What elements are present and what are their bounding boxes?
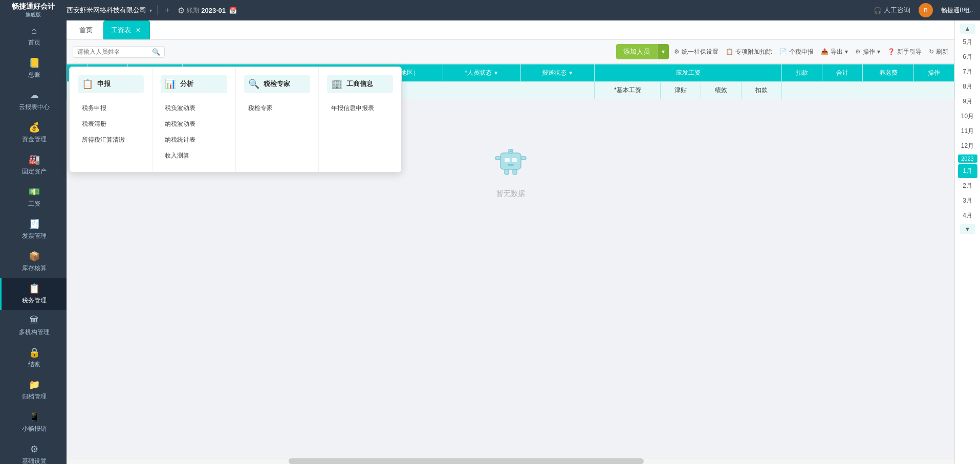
month-item-2024-4[interactable]: 4月: [958, 209, 977, 223]
sidebar-item-label: 归档管理: [22, 392, 47, 401]
th-allowance-label: 津贴: [674, 86, 687, 94]
commerce-section: 🏢 工商信息 年报信息申报表: [318, 67, 401, 172]
tax-expert-section: 🔍 税检专家 税检专家: [235, 67, 318, 172]
search-icon: 🔍: [152, 48, 160, 56]
search-input[interactable]: [77, 48, 149, 55]
sidebar-item-cloud-report[interactable]: ☁ 云报表中心: [0, 84, 67, 117]
declare-item-tax-table[interactable]: 税表清册: [78, 116, 144, 132]
company-selector[interactable]: 西安虾米网络科技有限公司 ▾: [67, 6, 152, 15]
tax-report-action[interactable]: 📄 个税申报: [779, 48, 814, 56]
th-wage-group-label: 应发工资: [676, 69, 701, 76]
special-deduction-icon: 📋: [726, 48, 733, 55]
tab-bar: 首页 工资表 ✕: [67, 20, 954, 40]
sidebar-item-ledger[interactable]: 📒 总账: [0, 52, 67, 84]
sidebar-item-basic-settings[interactable]: ⚙ 基础设置: [0, 438, 67, 464]
tax-expert-item[interactable]: 税检专家: [244, 100, 310, 116]
item-label: 纳税统计表: [165, 136, 195, 143]
declare-item-income-tax[interactable]: 所得税汇算清缴: [78, 132, 144, 148]
th-deduct2-label: 扣款: [755, 86, 768, 94]
commerce-title: 工商信息: [346, 79, 373, 89]
tab-label: 工资表: [111, 26, 131, 35]
th-report-status-label: 报送状态: [542, 69, 567, 76]
sidebar-item-tax-mgmt[interactable]: 📋 税务管理: [0, 278, 67, 310]
svg-rect-7: [505, 169, 509, 174]
add-btn-label: 添加人员: [623, 47, 650, 56]
calendar-icon[interactable]: 📅: [229, 7, 237, 14]
sidebar-item-label: 固定资产: [22, 167, 47, 176]
th-status-label: *人员状态: [465, 69, 492, 76]
prev-year-button[interactable]: ▲: [960, 24, 975, 34]
sidebar-item-mini-sales[interactable]: 📱 小畅报销: [0, 406, 67, 438]
export-label: 导出: [831, 48, 843, 56]
close-period-icon: 🔒: [29, 347, 40, 358]
analysis-item-1[interactable]: 税负波动表: [161, 100, 227, 116]
th-wage-group: 应发工资: [595, 64, 782, 82]
sidebar-item-inventory[interactable]: 📦 库存核算: [0, 246, 67, 278]
month-item-10[interactable]: 10月: [958, 109, 977, 123]
refresh-action[interactable]: ↻ 刷新: [929, 48, 948, 56]
item-label: 税检专家: [248, 104, 273, 112]
month-item-8[interactable]: 8月: [958, 80, 977, 94]
month-item-2024-1[interactable]: 1月: [958, 164, 977, 178]
sidebar-item-salary[interactable]: 💵 工资: [0, 181, 67, 213]
sidebar-item-invoice[interactable]: 🧾 发票管理: [0, 213, 67, 246]
commerce-icon: 🏢: [331, 78, 342, 90]
tab-home[interactable]: 首页: [72, 20, 100, 39]
svg-rect-0: [500, 153, 521, 169]
sidebar-item-fund[interactable]: 💰 资金管理: [0, 117, 67, 149]
customer-service[interactable]: 🎧 人工咨询: [874, 6, 910, 15]
month-item-9[interactable]: 9月: [958, 95, 977, 108]
top-bar: 畅捷通好会计 旗舰版 西安虾米网络科技有限公司 ▾ + ⚙ 账期 2023-01…: [0, 0, 980, 20]
tab-close-icon[interactable]: ✕: [134, 26, 142, 34]
analysis-item-2[interactable]: 纳税波动表: [161, 116, 227, 132]
month-item-11[interactable]: 11月: [958, 124, 977, 138]
declare-item-tax-declare[interactable]: 税务申报: [78, 100, 144, 116]
month-item-12[interactable]: 12月: [958, 139, 977, 153]
next-year-button[interactable]: ▼: [960, 224, 975, 234]
th-performance-label: 绩效: [715, 86, 727, 94]
month-item-2024-2[interactable]: 2月: [958, 179, 977, 193]
analysis-item-3[interactable]: 纳税统计表: [161, 132, 227, 148]
th-status[interactable]: *人员状态 ▼: [443, 64, 520, 82]
item-label: 所得税汇算清缴: [82, 136, 125, 143]
inventory-icon: 📦: [29, 251, 40, 262]
th-operation-label: 操作: [928, 69, 940, 76]
add-person-button[interactable]: 添加人员: [616, 44, 657, 59]
add-company-button[interactable]: +: [163, 5, 171, 16]
filter-icon: ▼: [493, 70, 498, 76]
sidebar-item-label: 基础设置: [22, 457, 47, 464]
month-item-6[interactable]: 6月: [958, 50, 977, 64]
month-item-2024-3[interactable]: 3月: [958, 194, 977, 208]
user-name[interactable]: 畅捷通B组...: [941, 6, 975, 15]
sidebar-item-label: 发票管理: [22, 232, 47, 240]
social-security-action[interactable]: ⚙ 统一社保设置: [674, 48, 718, 56]
tab-salary[interactable]: 工资表 ✕: [103, 20, 150, 39]
operation-action[interactable]: ⚙ 操作 ▾: [855, 48, 880, 56]
sidebar-item-fixed-assets[interactable]: 🏭 固定资产: [0, 149, 67, 181]
export-action[interactable]: 📤 导出 ▾: [821, 48, 848, 56]
add-person-dropdown-button[interactable]: ▾: [657, 44, 669, 59]
settings-button[interactable]: ⚙: [176, 5, 187, 16]
special-deduction-action[interactable]: 📋 专项附加扣除: [726, 48, 772, 56]
refresh-label: 刷新: [936, 48, 948, 56]
th-empty2: [782, 82, 954, 99]
sidebar-item-close[interactable]: 🔒 结账: [0, 342, 67, 374]
month-item-5[interactable]: 5月: [958, 35, 977, 49]
bottom-scrollbar[interactable]: [67, 458, 954, 464]
scrollbar-thumb[interactable]: [289, 458, 644, 464]
svg-rect-5: [495, 157, 500, 160]
guide-action[interactable]: ❓ 新手引导: [887, 48, 922, 56]
guide-icon: ❓: [887, 48, 895, 55]
month-item-7[interactable]: 7月: [958, 65, 977, 79]
analysis-item-4[interactable]: 收入测算: [161, 148, 227, 164]
commerce-item[interactable]: 年报信息申报表: [327, 100, 393, 116]
svg-rect-3: [508, 164, 514, 166]
sidebar-item-home[interactable]: ⌂ 首页: [0, 20, 67, 52]
avatar: B: [919, 3, 933, 17]
sidebar-item-archive[interactable]: 📁 归档管理: [0, 374, 67, 406]
analysis-header: 📊 分析: [161, 75, 227, 93]
th-report-status[interactable]: 报送状态 ▼: [520, 64, 594, 82]
dropdown-inner: 📋 申报 税务申报 税表清册 所得税汇算清缴 📊 分析: [70, 67, 401, 172]
tax-expert-icon: 🔍: [248, 78, 259, 90]
sidebar-item-multi-org[interactable]: 🏛 多机构管理: [0, 310, 67, 342]
